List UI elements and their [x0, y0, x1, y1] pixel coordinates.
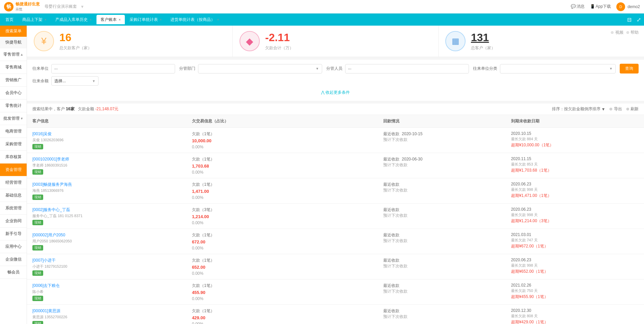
overdue-link[interactable]: 超期¥652.00（1笔） [511, 269, 639, 274]
message-btn[interactable]: 💬消息 [571, 4, 585, 9]
sidebar-item-member[interactable]: 会员中心 [0, 87, 27, 99]
sidebar-item-operations[interactable]: 经营管理 [0, 176, 27, 189]
debt-ratio: 0.00% [192, 170, 383, 175]
filter-select-balance[interactable]: 选择... ▼ [51, 76, 99, 86]
sidebar-item-inventory[interactable]: 库存核算 [0, 151, 27, 164]
chevron-down-icon: ▼ [92, 79, 95, 83]
sidebar-nav[interactable]: 快捷导航 [0, 37, 27, 48]
top-header: 畅 畅捷通好生意 示范 母婴行业演示账套 ▼ 💬消息 📱App下载 D demo… [0, 0, 644, 13]
overdue-link[interactable]: 超期¥672.00（1笔） [511, 243, 639, 249]
customer-name-link[interactable]: [0006]去下粮仓 [32, 283, 192, 289]
sidebar-item-retail-mgmt[interactable]: 零售管理 ▲ [0, 48, 27, 61]
sidebar-item-retail-mall[interactable]: 零售商城 [0, 61, 27, 74]
tab-production[interactable]: 产成品入库单历史 × [51, 15, 96, 24]
max-overdue: 最长欠款 998 天 [511, 187, 639, 192]
overdue-link[interactable]: 超期¥1,703.68（1笔） [511, 168, 639, 173]
customer-phone: 吴俊 13026203696 [32, 138, 192, 143]
table-row: [000002]用户2050 用户2050 18665062050 现销 欠款（… [27, 229, 644, 254]
filter-group-unit: 往来单位 ··· [32, 64, 175, 73]
last-payment: 最近收款 2020-06-30 [383, 156, 511, 162]
tab-fullscreen-btn[interactable]: ⤢ [635, 16, 643, 24]
overdue-link[interactable]: 超期¥455.90（1笔） [511, 294, 639, 300]
customer-name-link[interactable]: [0016]吴俊 [32, 131, 192, 137]
sidebar-item-retail-stats[interactable]: 零售统计 [0, 99, 27, 112]
customer-info-cell: [0002]服务中心_丁磊 服务中心_丁磊 181 0125 8371 现销 [32, 207, 192, 225]
customer-phone: 陈小希 [32, 289, 192, 294]
filter-group-dept: 分管部门 ▼ [179, 64, 322, 73]
close-icon[interactable]: × [45, 18, 47, 22]
filter-select-dept[interactable]: ▼ [198, 64, 322, 73]
close-icon[interactable]: × [217, 18, 219, 22]
table-row: [0016]吴俊 吴俊 13026203696 现销 欠款（1笔） 10,000… [27, 128, 644, 153]
sidebar-item-purchase[interactable]: 采购管理 [0, 138, 27, 151]
tab-home[interactable]: 首页 [1, 15, 18, 24]
max-overdue: 最长欠款 750 天 [511, 288, 639, 293]
user-avatar[interactable]: D demo2 [616, 2, 640, 11]
customer-tag: 现销 [32, 296, 43, 301]
video-btn[interactable]: ⊙ 视频 [611, 30, 623, 35]
tab-purchase-stats[interactable]: 采购订单统计表 × [125, 15, 166, 24]
sidebar-item-basic-info[interactable]: 基础信息 [0, 189, 27, 202]
customer-name-link[interactable]: [0002]服务中心_丁磊 [32, 207, 192, 213]
sidebar-search[interactable]: 搜索菜单 [0, 26, 27, 37]
chevron-down-icon: ▼ [601, 107, 605, 112]
sidebar-item-finance[interactable]: 资金管理 [0, 164, 27, 176]
customer-phone: 黄思源 13552700226 [32, 315, 192, 320]
close-icon[interactable]: × [119, 18, 121, 22]
filter-group-person: 分管人员 ··· [326, 64, 469, 73]
filter-label-person: 分管人员 [326, 66, 342, 71]
tab-incoming-stats[interactable]: 进货单统计表（按商品） × [166, 15, 223, 24]
refresh-btn[interactable]: ⊙ 刷新 [626, 106, 639, 112]
sort-button[interactable]: 排序：按欠款金额倒序排序 ▼ [552, 106, 605, 112]
tab-customer-account[interactable]: 客户账本 × [96, 15, 125, 24]
filter-input-unit[interactable]: ··· [51, 64, 175, 73]
sidebar-item-guide[interactable]: 新手引导 [0, 228, 27, 240]
stat-card-total-customers: ⊙ 视频 ⊙ 帮助 ▦ 131 总客户（家） [439, 26, 644, 57]
search-button[interactable]: 查询 [620, 64, 639, 73]
export-btn[interactable]: ⊙ 导出 [609, 106, 622, 112]
customer-name-link[interactable]: [0007]小进干 [32, 258, 192, 263]
customer-name-link[interactable]: [0001020001]李老师 [32, 156, 192, 162]
customer-info-cell: [0003]畅捷服务尹海燕 海燕 18513066976 现销 [32, 182, 192, 200]
repayment-cell: 最近收款 预计下次收款 [383, 182, 511, 193]
customer-name-link[interactable]: [000002]用户2050 [32, 232, 192, 238]
sidebar-item-marketing[interactable]: 营销推广 [0, 74, 27, 87]
collapse-btn[interactable]: ⋀ 收起更多条件 [32, 88, 639, 97]
sidebar-item-enterprise[interactable]: 企业协同 [0, 215, 27, 228]
tab-list-btn[interactable]: ⊟ [625, 16, 633, 24]
company-selector[interactable]: ▼ [80, 4, 84, 9]
debt-amount: 10,000.00 [192, 138, 383, 143]
debt-info-cell: 欠款（3笔） 1,214.00 0.00% [192, 207, 383, 225]
overdue-link[interactable]: 超期¥429.00（1笔） [511, 319, 639, 324]
filter-input-person[interactable]: ··· [345, 64, 469, 73]
app-download-btn[interactable]: 📱App下载 [590, 4, 611, 9]
total-customers-label: 总客户（家） [471, 45, 495, 51]
overdue-link[interactable]: 超期¥1,471.00（1笔） [511, 193, 639, 199]
customer-phone: 海燕 18513066976 [32, 188, 192, 193]
repayment-cell: 最近收款 预计下次收款 [383, 232, 511, 244]
total-customers-value: 131 [471, 31, 495, 44]
next-payment: 预计下次收款 [383, 263, 511, 269]
table-row: [0007]小进干 小进干 18279152100 现销 欠款（1笔） 652.… [27, 254, 644, 279]
help-btn[interactable]: ⊙ 帮助 [626, 30, 639, 35]
next-payment: 预计下次收款 [383, 238, 511, 244]
customer-phone: 服务中心_丁磊 181 0125 8371 [32, 213, 192, 218]
sidebar-item-wholesale-mgmt[interactable]: 批发管理 ▼ [0, 112, 27, 125]
customer-name-link[interactable]: [0003]畅捷服务尹海燕 [32, 182, 192, 187]
last-payment: 最近收款 [383, 232, 511, 238]
debt-amount: 652.00 [192, 265, 383, 270]
sidebar-item-wecom[interactable]: 企业微信 [0, 253, 27, 266]
close-icon[interactable]: × [90, 18, 92, 22]
sidebar-item-apps[interactable]: 应用中心 [0, 240, 27, 253]
sidebar-item-ecommerce[interactable]: 电商管理 [0, 125, 27, 138]
overdue-link[interactable]: 超期¥10,000.00（1笔） [511, 142, 639, 148]
overdue-link[interactable]: 超期¥1,214.00（3笔） [511, 218, 639, 224]
close-icon[interactable]: × [160, 18, 162, 22]
stat-card-debt-total: ◆ -2.11 欠款合计（万） [233, 26, 439, 57]
tab-goods[interactable]: 商品上下架 × [18, 15, 51, 24]
content-area: ¥ 16 总欠款客户（家） ◆ -2.11 欠款合计（万） ⊙ 视频 ⊙ 帮助 … [27, 26, 644, 324]
customer-name-link[interactable]: [000001]黄思源 [32, 308, 192, 314]
filter-select-category[interactable]: ▼ [500, 64, 616, 73]
sidebar-item-member-app[interactable]: 畅会员 [0, 266, 27, 279]
sidebar-item-system[interactable]: 系统管理 [0, 202, 27, 215]
